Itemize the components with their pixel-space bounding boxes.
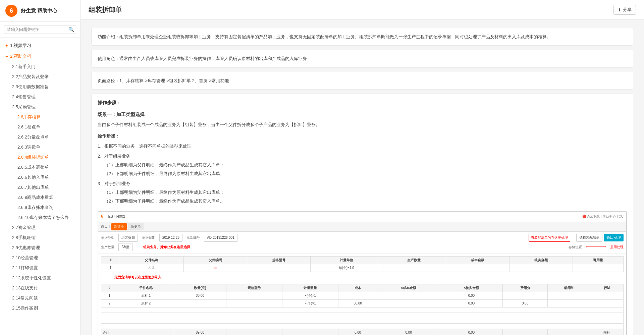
sim-parent-row-1: 1 木儿 每(个)×1.0 — [101, 264, 624, 272]
nav-section-title-2[interactable]: − 2.帮助文档 — [0, 51, 80, 62]
sim-form-row2: 生产数量 23/批 组装业务、拆卸业务在这里选择 存储位置 启用处理 — [101, 243, 624, 251]
nav-children-2: 2.1新手入门 2.2产品安装及登录 2.3使用前数据准备 2.4销售管理 2.… — [0, 62, 80, 313]
sim-parent-cell-cost — [446, 264, 509, 272]
nav-child-2-7[interactable]: 2.7资金管理 — [0, 223, 80, 233]
sim-cr4-empty — [101, 313, 624, 318]
search-input[interactable] — [4, 25, 76, 34]
nav-section-1: + 1.视频学习 — [0, 40, 80, 51]
nav-child-2-15[interactable]: 2.15操作案例 — [0, 303, 80, 313]
sim-parent-cell-no: 1 — [101, 264, 120, 272]
nav-grandchild-2-6-1[interactable]: 2.6.1盘点单 — [0, 122, 80, 132]
share-button[interactable]: ⬆ 分享 — [613, 5, 636, 15]
sim-cr1-cost-amt — [377, 292, 440, 299]
search-wrap: 🔍 — [4, 25, 76, 34]
nav-grandchildren-2-6: 2.6.1盘点单 2.6.2分量盘点单 2.6.3调拨单 2.6.4组装拆卸单 … — [0, 122, 80, 223]
sim-parent-code-input — [214, 268, 217, 269]
step3-1: （1）上部明细为父件明细，最终作为原材料生成其它出库单； — [104, 188, 627, 197]
sim-child-table-area: # 子件名称 数量(克) 规格型号 计量数量 成本 ×成本金额 ×核实金额 费用… — [98, 281, 626, 335]
nav-child-2-6-icon: − — [12, 114, 15, 119]
sim-child-row-6 — [101, 323, 624, 329]
path-block: 页面路径：1、库存核算->库存管理->组装拆卸单 2、首页->常用功能 — [91, 72, 633, 90]
sim-th-spec: 规格型号 — [247, 256, 310, 264]
nav-child-2-12[interactable]: 2.12系统个性化设置 — [0, 273, 80, 283]
sim-cth-dym: 动用M — [547, 284, 590, 292]
sim-cr1-row — [590, 292, 623, 299]
share-label: 分享 — [623, 7, 632, 13]
sim-date-label: 单据日期 — [142, 235, 155, 241]
nav-child-2-2[interactable]: 2.2产品安装及登录 — [0, 72, 80, 82]
scenario-desc: 当由多个子件材料组装成一个成品的业务为【组装】业务，当由一个父件拆分成多个子产品… — [98, 120, 627, 129]
nav-child-2-8[interactable]: 2.8手机旺铺 — [0, 233, 80, 243]
step3-2: （2）下部明细为子件明细，最终作为产成品生成其它入库单。 — [104, 197, 627, 206]
sim-ann3-text: 启用处理 — [610, 244, 624, 250]
sim-ann1-area: 有装配清单的在这里处理 → 选择装配清单 确认 处理 — [529, 234, 624, 242]
step2-1: （1）上部明细为父件明细，最终作为产成品生成其它入库单； — [104, 161, 627, 169]
sim-parent-cell-spec — [247, 264, 310, 272]
sim-ann3-input — [586, 246, 606, 248]
sim-cth-cost: 成本 — [338, 284, 377, 292]
sim-th-parent-code: 父件编码 — [183, 256, 247, 264]
sim-cr1-unit: ×(个)×1 — [282, 292, 338, 299]
sim-child-row-1: 1 原材 1 30.00 ×(个)×1 0.00 — [101, 292, 624, 299]
sim-cr2-cost-amt — [377, 299, 440, 307]
nav-child-2-11[interactable]: 2.11打印设置 — [0, 263, 80, 273]
sim-form-row1: 单据类型 组装拆卸 单据日期 2019-12-26 批次编号 AD-201912… — [101, 234, 624, 242]
nav-grandchild-2-6-3[interactable]: 2.6.3调拨单 — [0, 142, 80, 152]
nav-child-2-6[interactable]: − 2.6库存核算 — [0, 112, 80, 122]
screenshot-container: 6 TEST-H002 🔴 App下载 | 帮助中心 | CC 自页 | 新建单… — [98, 211, 627, 335]
nav-grandchild-2-6-10[interactable]: 2.6.10库存账本错了怎么办 — [0, 213, 80, 223]
nav-grandchild-2-6-8[interactable]: 2.6.8商品成本重算 — [0, 192, 80, 203]
sim-confirm-btn: 确认 处理 — [604, 234, 624, 241]
sim-cth-fee: 费用分 — [503, 284, 547, 292]
sim-nav-2: 新建单 — [111, 223, 127, 230]
nav-grandchild-2-6-6[interactable]: 2.6.6其他入库单 — [0, 172, 80, 182]
sim-cr1-qty: 30.00 — [174, 292, 226, 299]
nav-grandchild-2-6-5[interactable]: 2.6.5成本调整单 — [0, 162, 80, 172]
nav-grandchild-2-6-4[interactable]: 2.6.4组装拆卸单 — [0, 152, 80, 162]
search-button[interactable]: 🔍 — [68, 27, 74, 32]
sim-cr3-empty — [101, 307, 624, 313]
sim-cr2-fee: 0.00 — [503, 299, 547, 307]
nav-grandchild-2-6-9[interactable]: 2.6.9库存账本查询 — [0, 203, 80, 213]
sim-cr1-spec — [226, 292, 282, 299]
sim-parent-cell-name: 木儿 — [120, 264, 183, 272]
sim-th-no: # — [101, 256, 120, 264]
sim-cr1-no: 1 — [101, 292, 118, 299]
sim-cfoot-dym — [547, 329, 590, 335]
sim-form: 单据类型 组装拆卸 单据日期 2019-12-26 批次编号 AD-201912… — [98, 232, 626, 254]
sim-th-unit: 计量单位 — [311, 256, 382, 264]
step1: 1、根据不同的业务，选择不同单据的类型来处理 — [98, 142, 627, 151]
nav-child-2-5[interactable]: 2.5采购管理 — [0, 102, 80, 112]
sim-th-parent-name: 父件名称 — [120, 256, 183, 264]
nav-section-title-1[interactable]: + 1.视频学习 — [0, 40, 80, 51]
sim-child-total: 合计 89.00 0.00 0.00 0.00 图标 — [101, 329, 624, 335]
nav-child-2-14[interactable]: 2.14常见问题 — [0, 293, 80, 303]
nav-child-2-4[interactable]: 2.4销售管理 — [0, 92, 80, 102]
nav-child-2-1[interactable]: 2.1新手入门 — [0, 62, 80, 72]
sim-logo: 6 — [101, 213, 103, 220]
step2-2: （2）下部明细为子件明细，最终作为原材料生成其它出库单。 — [104, 169, 627, 178]
nav-section-label-1: 1.视频学习 — [10, 43, 31, 49]
nav-child-2-9[interactable]: 2.9优惠券管理 — [0, 243, 80, 253]
sim-cr1-cost — [338, 292, 377, 299]
sim-child-table: # 子件名称 数量(克) 规格型号 计量数量 成本 ×成本金额 ×核实金额 费用… — [101, 284, 624, 335]
sim-cfoot-unit — [282, 329, 338, 335]
sim-parent-cell-actual — [509, 264, 573, 272]
sim-ann3-label: 存储位置 — [569, 244, 582, 250]
nav-child-2-13[interactable]: 2.13在线支付 — [0, 283, 80, 293]
logo-icon: 6 — [5, 5, 17, 17]
nav-grandchild-2-6-7[interactable]: 2.6.7其他出库单 — [0, 182, 80, 192]
nav-child-2-3[interactable]: 2.3使用前数据准备 — [0, 82, 80, 92]
sim-date-value: 2019-12-26 — [159, 234, 182, 242]
intro-block: 功能介绍：组装拆卸单用来处理企业组装或拆卸等加工业务，支持有固定装配清单的产品加… — [91, 28, 633, 46]
sim-cfoot-label: 合计 — [101, 329, 174, 335]
nav-child-2-10[interactable]: 2.10经营管理 — [0, 253, 80, 263]
scenario-heading: 场景一：加工类型选择 — [98, 110, 627, 119]
nav-child-2-6-label: 2.6库存核算 — [17, 114, 41, 119]
sim-child-row-5 — [101, 318, 624, 323]
nav-section-label-2: 2.帮助文档 — [10, 53, 31, 59]
nav-grandchild-2-6-2[interactable]: 2.6.2分量盘点单 — [0, 132, 80, 142]
sim-icons: 🔴 App下载 | 帮助中心 | CC — [582, 214, 624, 220]
sim-cth-actual: ×核实金额 — [440, 284, 503, 292]
logo-area: 6 好生意 帮助中心 — [0, 0, 80, 22]
